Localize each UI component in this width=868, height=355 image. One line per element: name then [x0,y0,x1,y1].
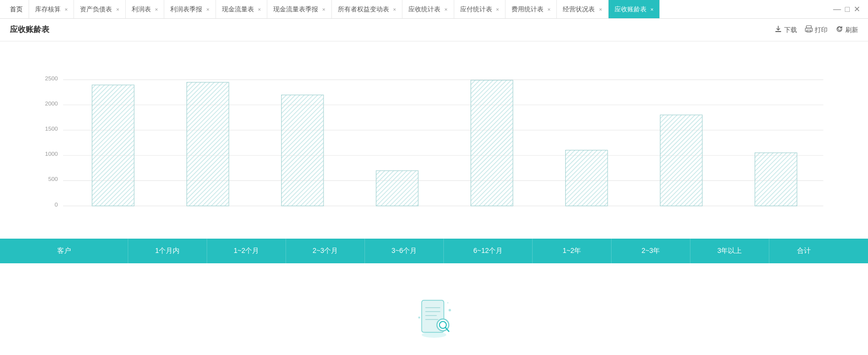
tab-close-equity[interactable]: × [393,6,396,12]
bar-month6-12 [471,80,513,206]
bar-month1-2 [187,82,229,206]
print-icon [805,25,813,35]
tab-profit-quarterly[interactable]: 利润表季报× [164,0,216,19]
bar-year3plus [755,153,797,206]
table-header: 客户1个月内1~2个月2~3个月3~6个月6~12个月1~2年2~3年3年以上合… [0,239,868,263]
tab-payable-stat[interactable]: 应付统计表× [454,0,506,19]
tabs-container: 首页库存核算×资产负债表×利润表×利润表季报×现金流量表×现金流量表季报×所有者… [4,0,660,19]
header-month3_6: 3~6个月 [365,239,444,263]
tab-close-cashflow[interactable]: × [258,6,261,12]
svg-point-35 [449,309,451,312]
page-header: 应收账龄表 下载 打印 [0,19,868,41]
header-month6_12: 6~12个月 [444,239,533,263]
empty-illustration [409,293,459,342]
svg-text:0: 0 [55,201,58,208]
main-content: 0 500 1000 1500 2000 2500 [0,41,868,355]
chart-container: 0 500 1000 1500 2000 2500 [30,51,838,209]
minimize-button[interactable]: — [833,5,841,14]
empty-state [0,263,868,355]
tab-expense-stat[interactable]: 费用统计表× [506,0,557,19]
maximize-button[interactable]: □ [845,5,850,14]
svg-text:1000: 1000 [45,150,58,157]
tab-operation[interactable]: 经营状况表× [557,0,608,19]
svg-text:2500: 2500 [45,75,58,81]
header-total: 合计 [769,239,838,263]
tab-close-payable-stat[interactable]: × [496,6,499,12]
data-area [0,263,868,355]
tab-cashflow-quarterly[interactable]: 现金流量表季报× [267,0,331,19]
tab-close-aging[interactable]: × [651,6,653,12]
refresh-label: 刷新 [845,26,858,35]
tab-bar: 首页库存核算×资产负债表×利润表×利润表季报×现金流量表×现金流量表季报×所有者… [0,0,868,19]
bar-month1 [92,85,134,206]
tab-close-balance[interactable]: × [116,6,119,12]
bar-chart: 0 500 1000 1500 2000 2500 [30,51,838,209]
print-button[interactable]: 打印 [805,25,828,35]
tab-close-profit-quarterly[interactable]: × [206,6,209,12]
bar-month3-6 [376,171,418,206]
tab-close-expense-stat[interactable]: × [547,6,550,12]
tab-close-profit[interactable]: × [155,6,158,12]
download-button[interactable]: 下载 [774,25,797,35]
tab-close-receivable-stat[interactable]: × [444,6,447,12]
tab-profit[interactable]: 利润表× [126,0,164,19]
window-actions: — □ ✕ [833,4,864,14]
tab-balance[interactable]: 资产负债表× [74,0,125,19]
svg-point-36 [447,302,449,304]
header-year2_3: 2~3年 [612,239,690,263]
tab-cashflow[interactable]: 现金流量表× [216,0,267,19]
bar-year2-3 [660,115,702,206]
tab-equity[interactable]: 所有者权益变动表× [332,0,402,19]
tab-close-inventory[interactable]: × [65,6,68,12]
svg-rect-1 [806,26,811,28]
header-year3plus: 3年以上 [690,239,769,263]
svg-text:500: 500 [48,176,58,182]
refresh-button[interactable]: 刷新 [835,25,858,35]
svg-rect-3 [807,30,811,32]
svg-rect-0 [775,31,781,32]
tab-inventory[interactable]: 库存核算× [29,0,74,19]
page-title: 应收账龄表 [10,25,49,35]
header-month1_2: 1~2个月 [207,239,286,263]
chart-area: 0 500 1000 1500 2000 2500 [0,41,868,239]
header-month1: 1个月内 [128,239,207,263]
header-year1_2: 1~2年 [533,239,612,263]
header-customer: 客户 [0,239,128,263]
tab-home[interactable]: 首页 [4,0,29,19]
header-actions: 下载 打印 刷新 [774,25,858,35]
svg-point-34 [418,317,420,319]
svg-point-26 [422,332,446,338]
svg-text:2000: 2000 [45,100,58,106]
download-icon [774,25,782,35]
tab-receivable-stat[interactable]: 应收统计表× [402,0,454,19]
header-month2_3: 2~3个月 [286,239,365,263]
tab-aging[interactable]: 应收账龄表× [609,0,660,19]
refresh-icon [835,25,843,35]
tab-close-operation[interactable]: × [599,6,602,12]
bar-year1-2 [566,150,608,206]
tab-close-cashflow-quarterly[interactable]: × [322,6,325,12]
download-label: 下载 [784,26,797,35]
svg-text:1500: 1500 [45,125,58,132]
print-label: 打印 [815,26,828,35]
close-button[interactable]: ✕ [854,4,860,14]
bar-month2-3 [282,95,324,206]
